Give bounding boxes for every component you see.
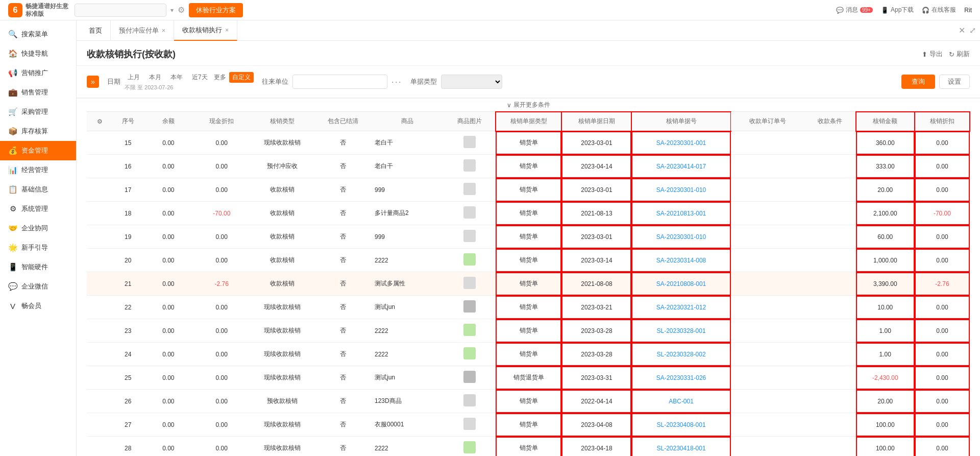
sidebar-item-label: 经营管理 xyxy=(21,165,48,175)
cell-bill-no: SL-20230418-001 xyxy=(631,437,730,457)
date-label: 日期 xyxy=(107,77,120,86)
date-btn-7days[interactable]: 近7天 xyxy=(189,72,211,83)
date-btn-custom[interactable]: 自定义 xyxy=(229,72,254,83)
cell-goods: 999 xyxy=(371,178,444,202)
cell-receipt-order xyxy=(731,131,804,155)
sidebar-item-collab[interactable]: 🤝 企业协同 xyxy=(0,219,76,238)
sidebar-item-vip[interactable]: V 畅会员 xyxy=(0,296,76,316)
cell-receipt-cond xyxy=(804,343,856,366)
query-btn[interactable]: 查询 xyxy=(901,75,935,89)
from-unit-input[interactable] xyxy=(292,75,387,89)
col-gear-header[interactable]: ⚙ xyxy=(87,112,113,131)
sidebar-item-inventory[interactable]: 📦 库存核算 xyxy=(0,122,76,141)
bill-no-link[interactable]: SA-20230301-010 xyxy=(656,233,706,241)
brand-text: 畅捷通谱好生意 标准版 xyxy=(26,3,68,17)
cell-settled: 否 xyxy=(315,178,371,202)
cell-gear xyxy=(87,319,113,343)
bill-no-link[interactable]: SA-20210808-001 xyxy=(656,280,706,287)
close-all-icon[interactable]: ✕ xyxy=(959,26,965,35)
bill-no-link[interactable]: SA-20230301-001 xyxy=(656,139,706,147)
sidebar-item-basic[interactable]: 📋 基础信息 xyxy=(0,180,76,199)
marketing-icon: 📢 xyxy=(8,68,17,78)
cell-bill-no: SA-20230301-001 xyxy=(631,131,730,155)
sidebar-item-guide[interactable]: 🌟 新手引导 xyxy=(0,238,76,257)
bill-no-link[interactable]: ABC-001 xyxy=(669,398,694,405)
bill-no-link[interactable]: SL-20230418-001 xyxy=(657,445,706,452)
refresh-btn[interactable]: ↻ 刷新 xyxy=(949,50,970,59)
gear-icon[interactable]: ⚙ xyxy=(178,5,185,15)
message-action[interactable]: 💬 消息 99+ xyxy=(836,6,873,14)
cell-cancel-discount: -2.76 xyxy=(915,272,970,296)
cell-balance: 0.00 xyxy=(142,225,194,249)
tab-receipt[interactable]: 收款核销执行 × xyxy=(174,20,237,41)
bill-no-link[interactable]: SL-20230408-001 xyxy=(657,421,706,428)
cell-cash-discount: 0.00 xyxy=(194,437,249,457)
industry-btn[interactable]: 休验行业方案 xyxy=(189,3,243,17)
col-settled-header: 包含已结清 xyxy=(315,112,371,131)
receipt-type-filter-group: 单据类型 xyxy=(410,75,502,89)
date-btn-last-month[interactable]: 上月 xyxy=(125,72,143,83)
cell-receipt-cond xyxy=(804,296,856,319)
bill-no-link[interactable]: SL-20230328-001 xyxy=(657,327,706,334)
sidebar-item-hardware[interactable]: 📱 智能硬件 xyxy=(0,257,76,277)
collab-icon: 🤝 xyxy=(8,224,17,233)
page-header: 收款核销执行(按收款) ⬆ 导出 ↻ 刷新 xyxy=(77,41,980,66)
col-cancel-type-header: 核销类型 xyxy=(249,112,315,131)
tab-prepay-close[interactable]: × xyxy=(162,27,165,34)
table-row: 20 0.00 0.00 收款核销 否 2222 销货单 2023-03-14 … xyxy=(87,249,970,272)
cell-cash-discount: 0.00 xyxy=(194,413,249,437)
message-icon: 💬 xyxy=(836,7,844,14)
receipt-type-select[interactable] xyxy=(441,75,502,89)
sidebar-item-search[interactable]: 🔍 搜索菜单 xyxy=(0,25,76,44)
sidebar-item-quick[interactable]: 🏠 快捷导航 xyxy=(0,44,76,63)
sidebar-item-system[interactable]: ⚙ 系统管理 xyxy=(0,199,76,219)
sidebar-item-label: 资金管理 xyxy=(21,146,48,155)
sidebar-item-sales[interactable]: 💼 销售管理 xyxy=(0,83,76,102)
cell-bill-type: 销货单 xyxy=(496,343,562,366)
date-more[interactable]: 更多 xyxy=(214,73,226,82)
bill-no-link[interactable]: SA-20230414-017 xyxy=(656,163,706,170)
sidebar-item-purchase[interactable]: 🛒 采购管理 xyxy=(0,102,76,122)
bill-no-link[interactable]: SA-20230321-012 xyxy=(656,304,706,311)
tab-home[interactable]: 首页 xyxy=(81,20,111,41)
cell-cancel-discount: 0.00 xyxy=(915,343,970,366)
bill-no-link[interactable]: SA-20230331-026 xyxy=(656,374,706,381)
settings-btn[interactable]: 设置 xyxy=(939,75,970,89)
cell-cancel-type: 预付冲应收 xyxy=(249,155,315,178)
tab-prepay[interactable]: 预付冲应付单 × xyxy=(111,20,174,41)
sidebar-item-operations[interactable]: 📊 经营管理 xyxy=(0,160,76,180)
tab-receipt-close[interactable]: × xyxy=(225,27,229,34)
cell-balance: 0.00 xyxy=(142,249,194,272)
cell-bill-type: 销货退货单 xyxy=(496,366,562,390)
app-download-action[interactable]: 📱 App下载 xyxy=(881,6,914,14)
cell-goods: 测试多属性 xyxy=(371,272,444,296)
cell-goods: 衣服00001 xyxy=(371,413,444,437)
date-btn-this-month[interactable]: 本月 xyxy=(146,72,164,83)
bill-no-link[interactable]: SA-20210813-001 xyxy=(656,210,706,217)
cell-receipt-cond xyxy=(804,366,856,390)
gear-icon[interactable]: ⚙ xyxy=(97,118,103,125)
cell-cancel-type: 现续收款核销 xyxy=(249,296,315,319)
export-btn[interactable]: ⬆ 导出 xyxy=(922,50,943,59)
bill-no-link[interactable]: SA-20230314-008 xyxy=(656,257,706,264)
col-receipt-order-header: 收款单订单号 xyxy=(731,112,804,131)
sidebar-item-finance[interactable]: 💰 资金管理 xyxy=(0,141,76,160)
maximize-icon[interactable]: ⤢ xyxy=(969,26,976,35)
sidebar-item-wechat[interactable]: 💬 企业微信 xyxy=(0,277,76,296)
cell-bill-type: 销货单 xyxy=(496,413,562,437)
cell-cancel-discount: 0.00 xyxy=(915,178,970,202)
service-action[interactable]: 🎧 在线客服 xyxy=(922,6,956,14)
expand-more-btn[interactable]: ∨ 展开更多条件 xyxy=(77,98,980,111)
cell-bill-date: 2021-08-08 xyxy=(561,272,631,296)
date-btn-this-year[interactable]: 本年 xyxy=(167,72,186,83)
cell-receipt-order xyxy=(731,272,804,296)
bill-no-link[interactable]: SA-20230301-010 xyxy=(656,186,706,194)
export-icon: ⬆ xyxy=(922,51,927,58)
filter-toggle-btn[interactable]: » xyxy=(87,76,99,88)
top-search-input[interactable] xyxy=(75,4,166,17)
cell-cancel-amount: 60.00 xyxy=(856,225,915,249)
data-table: ⚙ 序号 余额 现金折扣 核销类型 包含已结清 商品 商品图片 核销单据类型 核… xyxy=(87,111,970,456)
bill-no-link[interactable]: SL-20230328-002 xyxy=(657,351,706,358)
sidebar-item-marketing[interactable]: 📢 营销推广 xyxy=(0,63,76,83)
sidebar-item-label: 新手引导 xyxy=(21,243,48,252)
